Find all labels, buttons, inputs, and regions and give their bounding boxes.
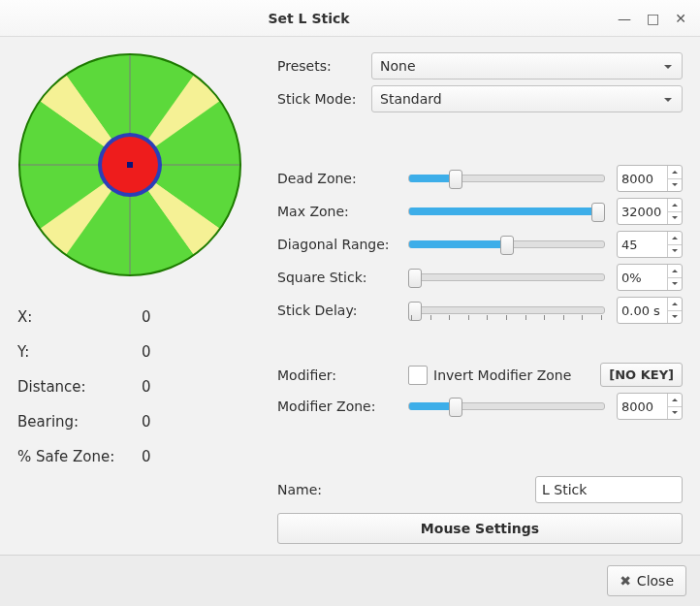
stat-row-bearing: Bearing: 0 [17, 413, 260, 431]
presets-value: None [380, 58, 416, 74]
stick-delay-spin[interactable]: 0.00 s [617, 297, 683, 324]
dead-zone-slider[interactable] [408, 175, 605, 182]
stick-delay-slider[interactable] [408, 306, 605, 314]
stick-mode-label: Stick Mode: [277, 91, 371, 107]
titlebar: Set L Stick — □ ✕ [0, 0, 700, 37]
spin-up-icon[interactable] [668, 232, 682, 245]
modifier-zone-label: Modifier Zone: [277, 399, 408, 414]
stat-row-y: Y: 0 [17, 343, 260, 361]
max-zone-spin[interactable]: 32000 [617, 198, 683, 225]
modifier-key-button[interactable]: [NO KEY] [600, 363, 683, 387]
spin-up-icon[interactable] [668, 199, 682, 212]
stat-label: X: [17, 308, 142, 326]
stat-row-safezone: % Safe Zone: 0 [17, 448, 260, 465]
dead-zone-value: 8000 [618, 172, 667, 186]
presets-combo[interactable]: None [371, 52, 683, 80]
max-zone-label: Max Zone: [277, 204, 408, 219]
maximize-icon[interactable]: □ [647, 11, 659, 26]
stat-label: Y: [17, 343, 142, 361]
diagonal-range-label: Diagonal Range: [277, 237, 408, 252]
modifier-zone-value: 8000 [618, 399, 667, 414]
minimize-icon[interactable]: — [618, 11, 631, 26]
spin-up-icon[interactable] [668, 394, 682, 407]
stat-row-distance: Distance: 0 [17, 378, 260, 396]
spin-down-icon[interactable] [668, 212, 682, 225]
name-value: L Stick [542, 482, 587, 497]
close-label: Close [637, 573, 674, 589]
spin-down-icon[interactable] [668, 407, 682, 420]
modifier-zone-spin[interactable]: 8000 [617, 393, 683, 420]
stick-mode-combo[interactable]: Standard [371, 85, 683, 112]
square-stick-value: 0% [618, 271, 667, 285]
stat-value: 0 [142, 413, 151, 431]
stat-row-x: X: 0 [17, 308, 260, 326]
name-label: Name: [277, 482, 322, 497]
stick-visualizer [17, 52, 242, 277]
stat-value: 0 [142, 343, 151, 361]
spin-down-icon[interactable] [668, 311, 682, 324]
max-zone-slider[interactable] [408, 207, 605, 215]
stat-label: Bearing: [17, 413, 142, 431]
modifier-zone-slider[interactable] [408, 402, 605, 410]
dead-zone-label: Dead Zone: [277, 171, 408, 186]
stick-delay-label: Stick Delay: [277, 303, 408, 318]
close-x-icon: ✖ [620, 573, 631, 589]
spin-up-icon[interactable] [668, 298, 682, 311]
spin-down-icon[interactable] [668, 179, 682, 192]
max-zone-value: 32000 [618, 205, 667, 219]
name-input[interactable]: L Stick [535, 476, 683, 503]
spin-down-icon[interactable] [668, 278, 682, 291]
stat-value: 0 [142, 448, 151, 465]
spin-up-icon[interactable] [668, 265, 682, 278]
close-button[interactable]: ✖ Close [607, 565, 686, 596]
stat-value: 0 [142, 378, 151, 396]
square-stick-spin[interactable]: 0% [617, 264, 683, 291]
stick-mode-value: Standard [380, 91, 442, 107]
mouse-settings-button[interactable]: Mouse Settings [277, 513, 683, 544]
spin-down-icon[interactable] [668, 245, 682, 258]
spin-up-icon[interactable] [668, 166, 682, 179]
stat-value: 0 [142, 308, 151, 326]
dead-zone-spin[interactable]: 8000 [617, 165, 683, 192]
diagonal-range-slider[interactable] [408, 240, 605, 248]
stick-delay-value: 0.00 s [618, 303, 667, 318]
invert-modifier-label: Invert Modifier Zone [433, 367, 600, 383]
stat-label: Distance: [17, 378, 142, 396]
stat-label: % Safe Zone: [17, 448, 142, 465]
window-title: Set L Stick [0, 11, 618, 26]
square-stick-slider[interactable] [408, 273, 605, 281]
diagonal-range-value: 45 [618, 238, 667, 252]
svg-rect-6 [127, 162, 133, 168]
close-icon[interactable]: ✕ [675, 11, 686, 26]
modifier-label: Modifier: [277, 367, 408, 383]
square-stick-label: Square Stick: [277, 270, 408, 285]
diagonal-range-spin[interactable]: 45 [617, 231, 683, 258]
invert-modifier-checkbox[interactable] [408, 366, 428, 385]
presets-label: Presets: [277, 58, 371, 74]
